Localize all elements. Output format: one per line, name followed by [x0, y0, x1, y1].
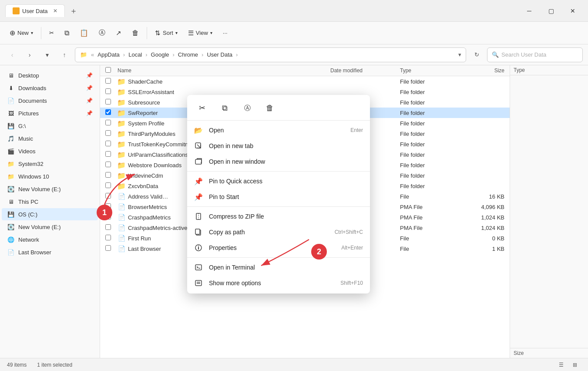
ctx-compress-zip[interactable]: Compress to ZIP file: [187, 209, 370, 224]
ctx-open-terminal[interactable]: Open in Terminal: [187, 260, 370, 275]
ctx-rename-button[interactable]: Ⓐ: [239, 100, 255, 116]
svg-rect-11: [195, 280, 202, 286]
svg-rect-1: [195, 159, 202, 164]
ctx-delete-button[interactable]: 🗑: [262, 100, 278, 116]
ctx-pin-quick[interactable]: 📌 Pin to Quick access: [187, 173, 370, 189]
ctx-sep-3: [187, 257, 370, 258]
open-icon: 📂: [194, 126, 203, 135]
open-new-tab-icon: [194, 142, 203, 150]
ctx-properties[interactable]: Properties Alt+Enter: [187, 240, 370, 256]
ctx-sep-1: [187, 171, 370, 172]
compress-zip-icon: [194, 212, 203, 221]
context-menu-overlay: ✂ ⧉ Ⓐ 🗑 📂 Open Enter Open in new tab Ope…: [0, 0, 588, 371]
terminal-icon: [194, 263, 203, 272]
context-menu-toolbar: ✂ ⧉ Ⓐ 🗑: [187, 98, 370, 121]
ctx-copy-path[interactable]: Copy as path Ctrl+Shift+C: [187, 224, 370, 240]
ctx-open-new-window[interactable]: Open in new window: [187, 154, 370, 169]
pin-quick-icon: 📌: [194, 177, 203, 186]
ctx-show-more[interactable]: Show more options Shift+F10: [187, 275, 370, 291]
show-more-icon: [194, 279, 203, 287]
open-new-window-icon: [194, 157, 203, 166]
ctx-pin-start[interactable]: 📌 Pin to Start: [187, 189, 370, 205]
ctx-open-new-tab[interactable]: Open in new tab: [187, 138, 370, 154]
svg-rect-2: [196, 213, 201, 219]
properties-icon: [194, 243, 203, 252]
copy-path-icon: [194, 228, 203, 236]
ctx-sep-2: [187, 206, 370, 207]
ctx-open[interactable]: 📂 Open Enter: [187, 122, 370, 138]
pin-start-icon: 📌: [194, 192, 203, 201]
svg-point-8: [198, 246, 199, 246]
ctx-cut-button[interactable]: ✂: [194, 100, 210, 116]
ctx-copy-button[interactable]: ⧉: [217, 100, 232, 116]
svg-rect-5: [195, 229, 200, 234]
context-menu: ✂ ⧉ Ⓐ 🗑 📂 Open Enter Open in new tab Ope…: [187, 95, 370, 293]
